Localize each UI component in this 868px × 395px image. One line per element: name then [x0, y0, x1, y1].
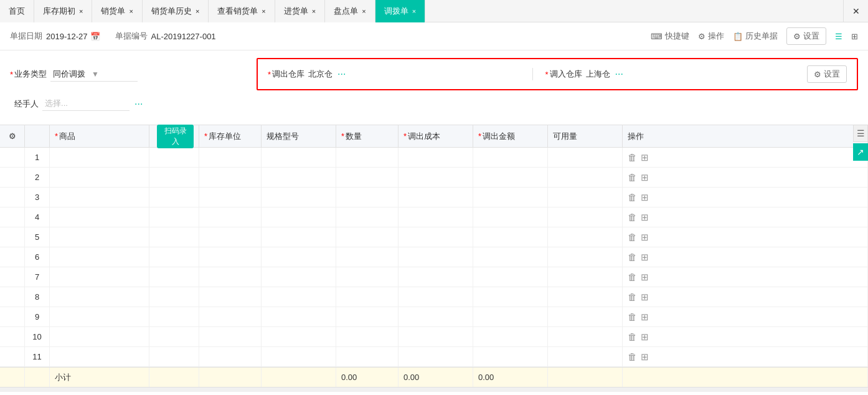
- warehouse-out-value: 北京仓: [308, 69, 333, 80]
- layout-list-button[interactable]: ☰: [835, 32, 842, 41]
- td-seq-1: 1: [25, 148, 50, 167]
- toolbar: 单据日期 2019-12-27 📅 单据编号 AL-20191227-001 ⌨…: [0, 22, 868, 50]
- table-container: ⚙ * 商品 扫码录入 * 库存单位 规格型号 * 数量 * 调出成本 * 调出…: [0, 125, 868, 387]
- shortcut-button[interactable]: ⌨ 快捷键: [651, 31, 689, 42]
- delete-icon[interactable]: 🗑: [628, 192, 637, 202]
- toolbar-actions: ⌨ 快捷键 ⚙ 操作 📋 历史单据 ⚙ 设置 ☰ ⊞: [651, 27, 858, 45]
- warehouse-in-field: * 调入仓库 上海仓 ···: [545, 69, 798, 80]
- operate-icon: ⚙: [698, 32, 705, 41]
- tab-purchase-order[interactable]: 进货单 ×: [275, 0, 325, 22]
- tab-close-sales-order[interactable]: ×: [129, 7, 133, 15]
- doc-num-value: AL-20191227-001: [151, 32, 216, 41]
- copy-icon[interactable]: ⊞: [641, 312, 649, 323]
- panel-list-icon[interactable]: ☰: [853, 125, 868, 142]
- th-qty: * 数量: [336, 125, 399, 147]
- delete-icon[interactable]: 🗑: [628, 292, 637, 302]
- copy-icon[interactable]: ⊞: [641, 232, 649, 243]
- table-row: 3 🗑⊞: [0, 188, 868, 207]
- tab-close-inventory-init[interactable]: ×: [79, 7, 83, 15]
- copy-icon[interactable]: ⊞: [641, 192, 649, 203]
- td-ops-1: 🗑 ⊞: [623, 148, 868, 167]
- tab-close-sales-history[interactable]: ×: [196, 7, 199, 15]
- warehouse-settings-button[interactable]: ⚙ 设置: [807, 65, 847, 83]
- business-type-select[interactable]: 同价调拨 ▼: [50, 67, 138, 82]
- list-icon: ☰: [835, 32, 842, 41]
- dropdown-arrow-icon: ▼: [92, 70, 99, 79]
- delete-icon[interactable]: 🗑: [628, 212, 637, 222]
- panel-expand-icon[interactable]: ↗: [853, 143, 868, 161]
- delete-icon-1[interactable]: 🗑: [628, 152, 637, 163]
- table-row: 8 🗑⊞: [0, 287, 868, 307]
- warehouse-box: * 调出仓库 北京仓 ··· * 调入仓库 上海仓 ··· ⚙ 设置: [257, 58, 858, 90]
- subtotal-label: 小计: [55, 372, 71, 383]
- td-settings-1: [0, 148, 25, 167]
- td-amount-1[interactable]: [473, 148, 548, 167]
- copy-icon[interactable]: ⊞: [641, 172, 649, 183]
- table-row: 1 🗑 ⊞: [0, 148, 868, 168]
- operate-button[interactable]: ⚙ 操作: [698, 31, 724, 42]
- delete-icon[interactable]: 🗑: [628, 232, 637, 242]
- delete-icon[interactable]: 🗑: [628, 312, 637, 322]
- layout-grid-button[interactable]: ⊞: [851, 32, 858, 41]
- td-goods-1[interactable]: [50, 148, 149, 167]
- tab-home[interactable]: 首页: [0, 0, 34, 22]
- copy-icon-1[interactable]: ⊞: [641, 152, 649, 163]
- grid-icon: ⊞: [851, 32, 858, 41]
- tab-close-transfer[interactable]: ×: [412, 7, 416, 15]
- table-row: 6 🗑⊞: [0, 247, 868, 267]
- subtotal-amount: 0.00: [478, 373, 494, 382]
- tab-inventory-init[interactable]: 库存期初 ×: [34, 0, 92, 22]
- th-cost: * 调出成本: [399, 125, 473, 147]
- settings-icon: ⚙: [793, 32, 801, 41]
- th-ops: 操作: [623, 125, 868, 147]
- tab-inventory-check[interactable]: 盘点单 ×: [325, 0, 375, 22]
- table-row: 9 🗑⊞: [0, 307, 868, 327]
- tab-sales-history[interactable]: 销货单历史 ×: [143, 0, 209, 22]
- person-more-icon[interactable]: ···: [134, 98, 143, 110]
- table-row: 7 🗑⊞: [0, 267, 868, 287]
- copy-icon[interactable]: ⊞: [641, 292, 649, 303]
- delete-icon[interactable]: 🗑: [628, 351, 637, 362]
- form-row-2: * 经手人 选择... ···: [10, 97, 858, 111]
- history-button[interactable]: 📋 历史单据: [733, 31, 778, 42]
- table-row: 11 🗑⊞: [0, 347, 868, 367]
- person-field: * 经手人 选择... ···: [10, 97, 247, 111]
- doc-num-field: 单据编号 AL-20191227-001: [115, 31, 216, 42]
- tab-view-sales[interactable]: 查看销货单 ×: [209, 0, 275, 22]
- table-body: 1 🗑 ⊞ 2: [0, 148, 868, 387]
- td-qty-1[interactable]: [336, 148, 399, 167]
- settings-button[interactable]: ⚙ 设置: [786, 27, 826, 45]
- warehouse-in-more-icon[interactable]: ···: [615, 69, 623, 80]
- shortcut-icon: ⌨: [651, 32, 663, 41]
- subtotal-qty: 0.00: [341, 373, 357, 382]
- th-settings[interactable]: ⚙: [0, 125, 25, 147]
- copy-icon[interactable]: ⊞: [641, 252, 649, 263]
- td-unit-1[interactable]: [199, 148, 262, 167]
- td-cost-1[interactable]: [399, 148, 473, 167]
- window-close-button[interactable]: ✕: [843, 0, 868, 22]
- tab-close-view-sales[interactable]: ×: [262, 7, 265, 15]
- td-spec-1[interactable]: [262, 148, 336, 167]
- tab-close-inventory-check[interactable]: ×: [362, 7, 366, 15]
- table-header: ⚙ * 商品 扫码录入 * 库存单位 规格型号 * 数量 * 调出成本 * 调出…: [0, 125, 868, 148]
- scan-button[interactable]: 扫码录入: [157, 125, 194, 148]
- copy-icon[interactable]: ⊞: [641, 212, 649, 223]
- tab-close-purchase-order[interactable]: ×: [312, 7, 316, 15]
- delete-icon[interactable]: 🗑: [628, 172, 637, 183]
- table-row: 4 🗑⊞: [0, 207, 868, 227]
- warehouse-divider: [532, 68, 533, 80]
- table-settings-icon: ⚙: [9, 131, 16, 141]
- warehouse-out-more-icon[interactable]: ···: [337, 69, 346, 80]
- calendar-icon[interactable]: 📅: [90, 32, 100, 41]
- copy-icon[interactable]: ⊞: [641, 331, 649, 343]
- scroll-bar[interactable]: [0, 387, 868, 392]
- row-ops-1: 🗑 ⊞: [628, 152, 649, 163]
- delete-icon[interactable]: 🗑: [628, 331, 637, 342]
- copy-icon[interactable]: ⊞: [641, 351, 649, 363]
- tab-transfer[interactable]: 调拨单 ×: [375, 0, 425, 22]
- copy-icon[interactable]: ⊞: [641, 272, 649, 283]
- person-select[interactable]: 选择...: [42, 97, 130, 111]
- tab-sales-order[interactable]: 销货单 ×: [92, 0, 142, 22]
- delete-icon[interactable]: 🗑: [628, 272, 637, 282]
- delete-icon[interactable]: 🗑: [628, 252, 637, 262]
